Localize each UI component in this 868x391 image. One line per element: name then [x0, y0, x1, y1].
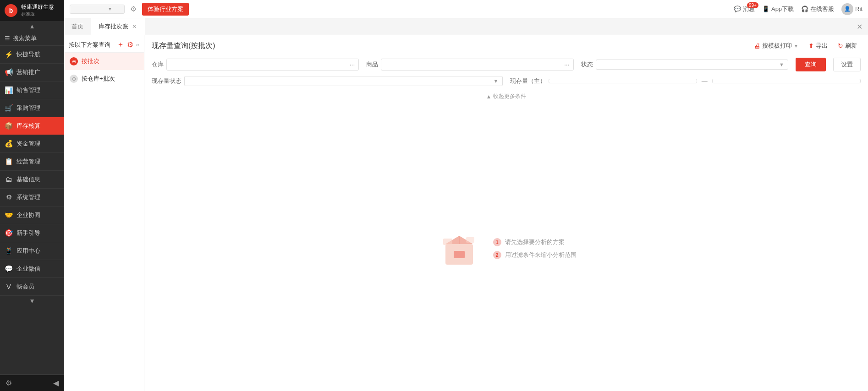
sidebar-item-enterprise[interactable]: 🤝 企业协同 [0, 206, 64, 224]
filter-area: 仓库 ··· 商品 ··· 状态 ▼ [144, 52, 868, 106]
topbar-search-chevron-icon[interactable]: ▼ [108, 6, 112, 11]
stock-status-label: 现存量状态 [152, 77, 181, 85]
finance-icon: 💰 [5, 140, 13, 148]
stock-qty-from-input[interactable] [549, 79, 697, 83]
home-tab-label: 首页 [71, 22, 83, 31]
sidebar-item-label: 基础信息 [16, 175, 40, 184]
sidebar-item-sales[interactable]: 📊 销售管理 [0, 81, 64, 99]
sidebar-item-label: 销售管理 [16, 86, 40, 94]
empty-state-hints: 1 请先选择要分析的方案 2 用过滤条件来缩小分析范围 [493, 238, 577, 259]
sidebar-item-inventory[interactable]: 📦 库存核算 [0, 117, 64, 135]
message-action[interactable]: 💬 消息 99+ [734, 5, 755, 13]
scheme-warehouse-batch-icon: ⊕ [70, 75, 78, 83]
sidebar-item-operations[interactable]: 📋 经营管理 [0, 153, 64, 171]
online-service-action[interactable]: 🎧 在线客服 [801, 5, 834, 13]
vip-icon: V [5, 282, 13, 291]
left-panel-header: 按以下方案查询 ＋ ⚙ « [64, 35, 144, 53]
sidebar-item-marketing[interactable]: 📢 营销推广 [0, 64, 64, 81]
settings-footer-icon[interactable]: ⚙ [5, 379, 12, 387]
page-content: 按以下方案查询 ＋ ⚙ « ⊕ 按批次 ⊕ 按仓库+批次 现存量查询(按批次) [64, 35, 868, 391]
tab-inventory-batch[interactable]: 库存批次账 ✕ [91, 18, 145, 35]
app-download-action[interactable]: 📱 App下载 [762, 5, 794, 13]
topbar-search-box[interactable]: ▼ [70, 5, 125, 14]
scroll-up-button[interactable]: ▲ [0, 21, 64, 32]
search-menu-label: 搜索菜单 [13, 34, 37, 43]
sidebar-item-shortcuts[interactable]: ⚡ 快捷导航 [0, 46, 64, 64]
refresh-button[interactable]: ↻ 刷新 [834, 40, 861, 52]
topbar-actions: 💬 消息 99+ 📱 App下载 🎧 在线客服 👤 Rit [734, 3, 863, 15]
tab-close-icon[interactable]: ✕ [131, 23, 137, 30]
sidebar-item-label: 畅会员 [16, 282, 34, 291]
collapse-left-panel-icon[interactable]: « [136, 41, 139, 48]
scheme-by-batch[interactable]: ⊕ 按批次 [64, 53, 144, 70]
scheme-by-warehouse-batch[interactable]: ⊕ 按仓库+批次 [64, 70, 144, 87]
stock-qty-to-input[interactable] [712, 79, 861, 83]
experience-btn[interactable]: 体验行业方案 [142, 3, 189, 16]
operations-icon: 📋 [5, 157, 13, 166]
sidebar-scroll: ▲ ☰ 搜索菜单 ⚡ 快捷导航 📢 营销推广 📊 销售管理 🛒 采购管理 📦 库… [0, 21, 64, 375]
sidebar-item-label: 营销推广 [16, 68, 40, 76]
scheme-warehouse-batch-label: 按仓库+批次 [82, 75, 115, 83]
sidebar-footer: ⚙ ◀ [0, 375, 64, 391]
filter-settings-button[interactable]: 设置 [833, 58, 861, 71]
sidebar-search-menu[interactable]: ☰ 搜索菜单 [0, 32, 64, 46]
sidebar: b 畅康通好生意 标准版 ▲ ☰ 搜索菜单 ⚡ 快捷导航 📢 营销推广 📊 销售… [0, 0, 64, 391]
scroll-down-button[interactable]: ▼ [0, 296, 64, 306]
basic-icon: 🗂 [5, 175, 13, 184]
warehouse-input[interactable]: ··· [166, 59, 359, 71]
product-label: 商品 [366, 60, 378, 69]
topbar: ▼ ⚙ 体验行业方案 💬 消息 99+ 📱 App下载 🎧 在线客服 👤 Rit [64, 0, 868, 18]
sales-icon: 📊 [5, 86, 13, 94]
stock-status-filter-group: 现存量状态 ▼ [152, 76, 503, 86]
svg-rect-2 [454, 251, 465, 258]
status-select[interactable]: ▼ [596, 60, 788, 70]
export-button[interactable]: ⬆ 导出 [805, 40, 831, 52]
user-profile-action[interactable]: 👤 Rit [841, 3, 863, 15]
stock-status-select[interactable]: ▼ [184, 76, 503, 86]
filter-row-2: 现存量状态 ▼ 现存量（主） — [152, 76, 861, 86]
export-icon: ⬆ [808, 42, 814, 49]
stock-qty-filter-group: 现存量（主） — [510, 77, 861, 85]
sidebar-item-wechat[interactable]: 💬 企业微信 [0, 260, 64, 278]
collapse-filter-button[interactable]: ▲ 收起更多条件 [152, 91, 861, 102]
tab-panel-close-icon[interactable]: ✕ [851, 22, 868, 31]
sidebar-item-appcenter[interactable]: 📱 应用中心 [0, 242, 64, 260]
topbar-search-input[interactable] [74, 6, 106, 12]
sidebar-item-basic[interactable]: 🗂 基础信息 [0, 171, 64, 189]
sidebar-item-label: 库存核算 [16, 122, 40, 130]
collapse-sidebar-icon[interactable]: ◀ [53, 379, 59, 387]
shortcuts-icon: ⚡ [5, 50, 13, 59]
sidebar-item-newuser[interactable]: 🎯 新手引导 [0, 224, 64, 242]
product-input[interactable]: ··· [381, 59, 573, 71]
username-label: Rit [855, 5, 863, 12]
scheme-settings-icon[interactable]: ⚙ [127, 40, 133, 49]
page-title: 现存量查询(按批次) [152, 41, 215, 51]
sidebar-item-system[interactable]: ⚙ 系统管理 [0, 189, 64, 206]
scheme-batch-label: 按批次 [82, 57, 99, 65]
message-badge: 99+ [747, 2, 758, 8]
warehouse-label: 仓库 [152, 60, 164, 69]
right-panel: 现存量查询(按批次) 🖨 按模板打印 ▼ ⬆ 导出 ↻ 刷新 [144, 35, 868, 391]
sidebar-item-purchase[interactable]: 🛒 采购管理 [0, 99, 64, 117]
company-name: 畅康通好生意 [21, 4, 54, 11]
page-toolbar: 🖨 按模板打印 ▼ ⬆ 导出 ↻ 刷新 [750, 40, 861, 52]
sidebar-item-label: 新手引导 [16, 229, 40, 237]
chevron-up-icon: ▲ [486, 93, 492, 100]
app-download-icon: 📱 [762, 5, 769, 12]
collapse-filter-label: 收起更多条件 [493, 92, 526, 100]
online-service-label: 在线客服 [810, 5, 834, 13]
query-button[interactable]: 查询 [796, 58, 826, 71]
tab-home[interactable]: 首页 [64, 18, 91, 35]
print-template-button[interactable]: 🖨 按模板打印 ▼ [750, 40, 802, 52]
sidebar-item-finance[interactable]: 💰 资金管理 [0, 135, 64, 153]
empty-hint-1: 1 请先选择要分析的方案 [493, 238, 577, 246]
topbar-gear-icon[interactable]: ⚙ [130, 5, 137, 13]
sidebar-item-label: 企业微信 [16, 265, 40, 273]
sidebar-item-vip[interactable]: V 畅会员 [0, 278, 64, 296]
empty-state-content: 1 请先选择要分析的方案 2 用过滤条件来缩小分析范围 [436, 226, 577, 272]
newuser-icon: 🎯 [5, 229, 13, 237]
empty-hint-2-text: 用过滤条件来缩小分析范围 [505, 251, 577, 259]
add-scheme-button[interactable]: ＋ [117, 40, 124, 49]
warehouse-filter-group: 仓库 ··· [152, 59, 359, 71]
app-edition: 标准版 [21, 11, 54, 17]
